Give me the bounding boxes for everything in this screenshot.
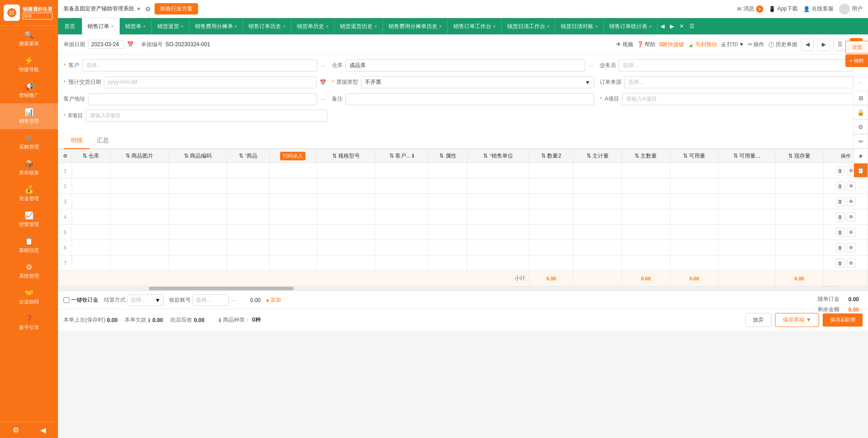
row-image[interactable] xyxy=(110,255,169,271)
row-product[interactable] xyxy=(227,225,269,240)
tab-close-icon[interactable]: × xyxy=(143,24,146,29)
row-qty2[interactable] xyxy=(529,225,573,240)
row-attr[interactable] xyxy=(429,209,467,225)
row-spec[interactable] xyxy=(317,163,375,178)
row-code[interactable] xyxy=(169,225,227,240)
address-input[interactable] xyxy=(88,93,317,105)
tab-sales-workbench[interactable]: 销售订单工作台 × xyxy=(448,18,502,34)
sidebar-item-search[interactable]: 🔍 搜索菜单 xyxy=(0,26,58,52)
row-qty2[interactable] xyxy=(529,240,573,255)
row-unit[interactable] xyxy=(467,225,529,240)
rf-btn-6[interactable]: 📋 xyxy=(853,163,868,178)
row-product[interactable] xyxy=(227,178,269,194)
tab-daily-workbench[interactable]: 钱货日清工作台 × xyxy=(502,18,556,34)
sidebar-item-sales[interactable]: 📊 销售管理 xyxy=(0,103,58,129)
sidebar-item-purchase[interactable]: 🛒 采购管理 xyxy=(0,129,58,155)
col-settings[interactable]: ⚙ xyxy=(58,149,72,163)
row-main-qty[interactable] xyxy=(621,194,670,209)
add-payment-btn[interactable]: ● 添加 xyxy=(266,296,281,304)
row-copy-btn[interactable]: ⊕ xyxy=(847,259,856,268)
row-product[interactable] xyxy=(227,194,269,209)
save-new-btn[interactable]: 保存&新增 xyxy=(823,313,863,327)
payment-method-input[interactable]: 选择... ▼ xyxy=(127,294,164,306)
row-available2[interactable] xyxy=(718,163,775,178)
tab-close-icon[interactable]: × xyxy=(493,24,496,29)
row-product[interactable] xyxy=(227,240,269,255)
row-warehouse[interactable] xyxy=(72,255,111,271)
row-code[interactable] xyxy=(169,255,227,271)
row-image[interactable] xyxy=(110,194,169,209)
warehouse-more-btn[interactable]: ··· xyxy=(588,63,594,69)
table-scrollbar[interactable] xyxy=(58,286,868,291)
sidebar-item-quick-nav[interactable]: ⚡ 快捷导航 xyxy=(0,52,58,77)
row-main-unit[interactable] xyxy=(573,240,622,255)
row-available[interactable] xyxy=(670,163,718,178)
row-main-qty[interactable] xyxy=(621,163,670,178)
prev-record-btn[interactable]: ◀ xyxy=(801,38,814,51)
row-qty2[interactable] xyxy=(529,194,573,209)
tab-close-icon[interactable]: × xyxy=(439,24,442,29)
online-support-btn[interactable]: 👤 在线客服 xyxy=(803,5,834,13)
customer-input[interactable]: 选择... xyxy=(82,59,317,72)
order-source-more-btn[interactable]: ··· xyxy=(856,79,863,86)
row-main-unit[interactable] xyxy=(573,255,622,271)
row-main-unit[interactable] xyxy=(573,163,622,178)
row-spec[interactable] xyxy=(317,194,375,209)
tab-close-icon[interactable]: × xyxy=(326,24,329,29)
row-unit[interactable] xyxy=(467,209,529,225)
row-spec[interactable] xyxy=(317,255,375,271)
sidebar-item-cooperation[interactable]: 🤝 企业协同 xyxy=(0,284,58,310)
row-available2[interactable] xyxy=(718,240,775,255)
row-qty2[interactable] xyxy=(529,209,573,225)
row-copy-btn[interactable]: ⊕ xyxy=(847,212,856,221)
row-warehouse[interactable] xyxy=(72,194,111,209)
row-available2[interactable] xyxy=(718,194,775,209)
invoice-select[interactable]: 不开票 ▼ xyxy=(361,76,594,88)
row-code[interactable] xyxy=(169,240,227,255)
next-record-btn[interactable]: ▶ xyxy=(817,38,830,51)
row-spec[interactable] xyxy=(317,209,375,225)
sidebar-item-finance[interactable]: 💰 资金管理 xyxy=(0,181,58,207)
row-product[interactable] xyxy=(227,255,269,271)
row-main-qty[interactable] xyxy=(621,178,670,194)
rf-btn-4[interactable]: ✏ xyxy=(853,134,868,149)
delivery-input[interactable]: yyyy-mm-dd xyxy=(104,77,317,88)
industry-btn[interactable]: 体验行业方案 xyxy=(155,3,198,14)
row-available2[interactable] xyxy=(718,255,775,271)
sidebar-item-basic-info[interactable]: 📋 基础信息 xyxy=(0,232,58,258)
tab-menu-btn[interactable]: ☰ xyxy=(687,18,697,34)
rf-btn-2[interactable]: 🔒 xyxy=(853,105,868,120)
row-warehouse[interactable] xyxy=(72,225,111,240)
tab-expense-history[interactable]: 销售费用分摊单历史 × xyxy=(383,18,448,34)
row-unit[interactable] xyxy=(467,178,529,194)
messages-btn[interactable]: ✉ 消息 9 xyxy=(737,5,763,13)
row-delete-btn[interactable]: 🗑 xyxy=(836,197,845,206)
sidebar-item-inventory[interactable]: 📦 库存核算 xyxy=(0,155,58,181)
tab-sales-stats[interactable]: 销售订单统计表 × xyxy=(604,18,658,34)
address-more-btn[interactable]: ··· xyxy=(320,96,326,102)
tab-summary[interactable]: 汇总 xyxy=(90,133,116,149)
remark-input[interactable] xyxy=(345,93,595,105)
row-stock[interactable] xyxy=(775,225,824,240)
row-unit[interactable] xyxy=(467,255,529,271)
operate-btn[interactable]: ✂ 操作 xyxy=(748,41,764,48)
row-customer-code[interactable] xyxy=(375,240,429,255)
row-delete-btn[interactable]: 🗑 xyxy=(836,212,845,221)
row-attr[interactable] xyxy=(429,194,467,209)
row-customer-code[interactable] xyxy=(375,194,429,209)
bank-input[interactable]: 选择... xyxy=(193,294,229,306)
row-customer-code[interactable] xyxy=(375,178,429,194)
row-customer-code[interactable] xyxy=(375,209,429,225)
row-qty2[interactable] xyxy=(529,163,573,178)
row-code[interactable] xyxy=(169,209,227,225)
quick-checkout-input[interactable] xyxy=(63,297,69,303)
row-main-unit[interactable] xyxy=(573,209,622,225)
print-btn[interactable]: 🖨 打印 ▼ xyxy=(721,41,744,48)
tab-close-icon[interactable]: × xyxy=(374,24,377,29)
row-stock[interactable] xyxy=(775,209,824,225)
row-code[interactable] xyxy=(169,163,227,178)
tab-goods-history[interactable]: 销货单历史 × xyxy=(291,18,335,34)
tab-sales-order[interactable]: 销售订单 × xyxy=(82,18,120,34)
row-customer-code[interactable] xyxy=(375,225,429,240)
tab-return-history[interactable]: 销货退货历史 × xyxy=(335,18,383,34)
